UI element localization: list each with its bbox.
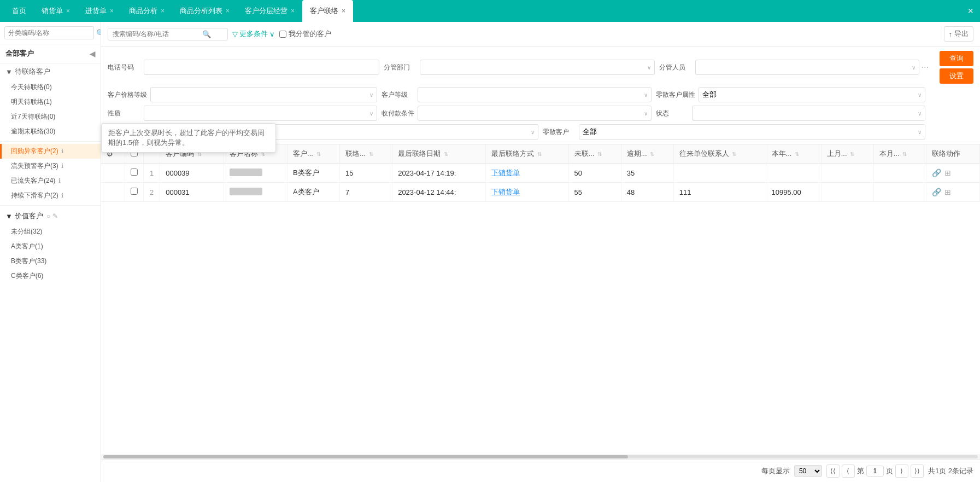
action-grid-icon[interactable]: ⊞ — [944, 188, 951, 196]
sort-overdue-icon[interactable]: ⇅ — [650, 151, 654, 157]
nav-close-sales-order[interactable]: × — [66, 7, 70, 15]
nav-sales-order[interactable]: 销货单 × — [34, 0, 78, 22]
row-checkbox-0[interactable] — [131, 169, 138, 176]
row-overdue-cell: 48 — [621, 183, 673, 202]
sidebar-item-loss-warning[interactable]: 流失预警客户(3) ℹ — [0, 159, 101, 173]
row-contact-count-cell: 15 — [340, 164, 392, 183]
row-checkbox-1[interactable] — [131, 188, 138, 195]
sort-uncontacted-icon[interactable]: ⇅ — [597, 151, 602, 157]
sidebar-search-input[interactable] — [4, 26, 94, 39]
settings-button[interactable]: 设置 — [940, 68, 973, 84]
last-page-button[interactable]: ⟩⟩ — [911, 464, 924, 478]
sort-this-year-icon[interactable]: ⇅ — [795, 151, 799, 157]
sort-contact-icon[interactable]: ⇅ — [369, 151, 373, 157]
filter-select-retail-attr[interactable]: 全部 ∨ — [699, 87, 925, 102]
col-last-contact-date: 最后联络日期 ⇅ — [392, 144, 486, 164]
page-number-input[interactable] — [866, 466, 884, 477]
sidebar-group-value[interactable]: ▼ 价值客户 ○ ✎ — [0, 208, 101, 224]
filter-input-phone[interactable] — [144, 60, 379, 75]
sidebar-item-class-c[interactable]: C类客户(6) — [0, 269, 101, 283]
action-link-icon[interactable]: 🔗 — [932, 169, 941, 177]
nav-close-product-analysis-list[interactable]: × — [226, 7, 230, 15]
sidebar-item-declining[interactable]: 持续下滑客户(2) ℹ — [0, 188, 101, 203]
sidebar-item-overdue[interactable]: 逾期未联络(30) — [0, 124, 101, 139]
first-page-button[interactable]: ⟨⟨ — [826, 464, 840, 478]
export-button[interactable]: ↑ 导出 — [944, 26, 974, 42]
sort-last-month-icon[interactable]: ⇅ — [850, 151, 854, 157]
row-checkbox-cell — [125, 183, 144, 202]
search-input[interactable] — [113, 30, 200, 38]
sidebar-item-today[interactable]: 今天待联络(0) — [0, 80, 101, 95]
col-this-month: 本月... ⇅ — [873, 144, 926, 164]
filter-select-dept[interactable]: ∨ — [420, 60, 655, 75]
my-customers-checkbox[interactable] — [279, 31, 286, 38]
sidebar-toggle-icon[interactable]: ◀ — [90, 50, 95, 58]
sort-method-icon[interactable]: ⇅ — [537, 151, 542, 157]
nav-close-purchase-order[interactable]: × — [110, 7, 114, 15]
total-records-label: 共1页 2条记录 — [928, 466, 973, 476]
sidebar-group-waiting[interactable]: ▼ 待联络客户 — [0, 63, 101, 80]
query-button[interactable]: 查询 — [940, 51, 973, 66]
sidebar-item-lost[interactable]: 已流失客户(24) ℹ — [0, 173, 101, 188]
retail-customer-dropdown-icon: ∨ — [918, 129, 922, 135]
prev-page-button[interactable]: ⟨ — [842, 464, 855, 478]
row-num-cell: 1 — [144, 164, 160, 183]
nav-product-analysis[interactable]: 商品分析 × — [121, 0, 172, 22]
row-name-cell — [224, 183, 287, 202]
row-uncontacted-cell: 50 — [568, 164, 621, 183]
sidebar-search-box: 🔍 — [0, 22, 101, 44]
row-gear-cell — [101, 183, 125, 202]
last-method-link[interactable]: 下销货单 — [491, 188, 520, 196]
last-method-link[interactable]: 下销货单 — [491, 169, 520, 177]
sort-contact-person-icon[interactable]: ⇅ — [732, 151, 736, 157]
next-page-button[interactable]: ⟩ — [895, 464, 908, 478]
nav-home[interactable]: 首页 — [4, 0, 34, 22]
nav-customer-contact[interactable]: 客户联络 × — [302, 0, 353, 22]
sort-date-icon[interactable]: ⇅ — [444, 151, 448, 157]
nav-product-analysis-list[interactable]: 商品分析列表 × — [172, 0, 237, 22]
filter-cell-status: 状态 ∨ — [656, 106, 925, 121]
filter-select-status[interactable]: ∨ — [692, 106, 925, 121]
filter-select-nature[interactable]: ∨ — [144, 106, 377, 121]
per-page-select[interactable]: 50 100 200 — [794, 465, 822, 477]
filter-cell-retail-customer: 零散客户 全部 ∨ — [543, 124, 925, 140]
nav-customer-tier[interactable]: 客户分层经营 × — [237, 0, 302, 22]
row-checkbox-cell — [125, 164, 144, 183]
action-link-icon[interactable]: 🔗 — [932, 188, 941, 196]
horizontal-scrollbar[interactable] — [101, 454, 980, 460]
more-filters-button[interactable]: ▽ 更多条件 ∨ — [232, 29, 275, 39]
sort-this-month-icon[interactable]: ⇅ — [902, 151, 907, 157]
row-uncontacted-cell: 55 — [568, 183, 621, 202]
sidebar-item-tomorrow[interactable]: 明天待联络(1) — [0, 95, 101, 109]
sort-ctype-icon[interactable]: ⇅ — [316, 151, 321, 157]
filter-select-manager[interactable]: ∨ — [695, 60, 919, 75]
sidebar-item-ungroup[interactable]: 未分组(32) — [0, 224, 101, 239]
close-all-tabs-button[interactable]: × — [967, 5, 973, 17]
nav-close-customer-contact[interactable]: × — [342, 7, 345, 15]
value-circle-icon[interactable]: ○ — [46, 212, 50, 220]
manager-ellipsis-btn[interactable]: ··· — [919, 62, 931, 72]
row-last-method-cell: 下销货单 — [486, 183, 568, 202]
sidebar-item-7days[interactable]: 近7天待联络(0) — [0, 109, 101, 124]
sidebar-search-icon[interactable]: 🔍 — [96, 29, 101, 37]
action-grid-icon[interactable]: ⊞ — [944, 169, 951, 177]
filter-select-retail-customer[interactable]: 全部 ∨ — [579, 124, 925, 140]
sidebar-item-repurchase-abnormal[interactable]: 回购异常客户(2) ℹ — [0, 144, 101, 159]
all-customers-header: 全部客户 ◀ — [0, 44, 101, 63]
sidebar-item-class-b[interactable]: B类客户(33) — [0, 254, 101, 269]
nav-close-customer-tier[interactable]: × — [291, 7, 295, 15]
nav-close-product-analysis[interactable]: × — [161, 7, 165, 15]
filter-select-price-level[interactable]: ∨ — [150, 87, 377, 102]
nav-purchase-order[interactable]: 进货单 × — [78, 0, 121, 22]
sidebar-item-class-a[interactable]: A类客户(1) — [0, 239, 101, 254]
toolbar-search-icon[interactable]: 🔍 — [202, 30, 211, 38]
filter-label-price-level: 客户价格等级 — [108, 90, 147, 100]
filter-label-manager: 分管人员 — [659, 63, 692, 72]
filter-select-customer-level[interactable]: ∨ — [418, 87, 651, 102]
row-contact-person-cell — [673, 164, 766, 183]
scrollbar-thumb[interactable] — [103, 455, 628, 458]
value-edit-icon[interactable]: ✎ — [52, 212, 58, 220]
filter-row-2: 客户价格等级 ∨ 客户等级 ∨ 零散客户属性 全部 — [108, 87, 973, 102]
filter-select-payment[interactable]: ∨ — [418, 106, 651, 121]
row-this-year-cell — [766, 164, 821, 183]
